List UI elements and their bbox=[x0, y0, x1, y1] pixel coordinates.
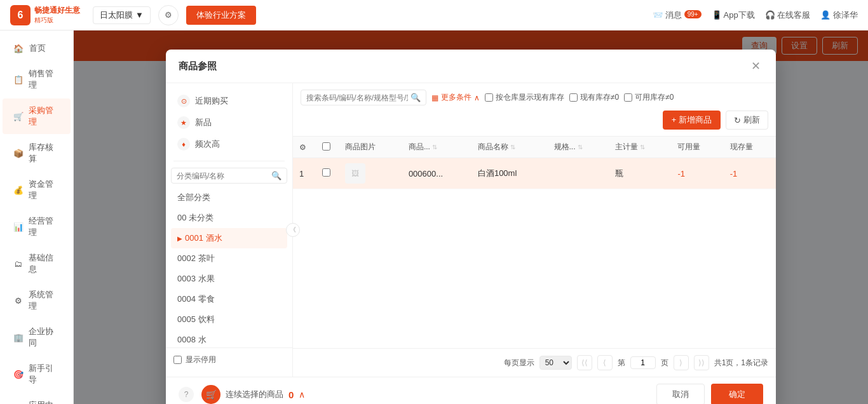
sidebar-item-inventory[interactable]: 📦 库存核算 bbox=[3, 135, 71, 171]
sidebar-item-system[interactable]: ⚙ 系统管理 bbox=[3, 283, 71, 318]
modal-close-button[interactable]: ✕ bbox=[748, 58, 763, 74]
filter-icon: ▦ bbox=[431, 93, 438, 102]
modal-header: 商品参照 ✕ bbox=[166, 50, 776, 83]
col-spec[interactable]: 规格... ⇅ bbox=[548, 137, 609, 158]
product-reference-modal: 商品参照 ✕ ⊙ 近期购买 ★ 新 bbox=[166, 50, 776, 404]
cancel-button[interactable]: 取消 bbox=[656, 384, 705, 404]
sidebar-item-sales[interactable]: 📋 销售管理 bbox=[3, 62, 71, 97]
product-search-icon[interactable]: 🔍 bbox=[410, 93, 421, 102]
category-item-0003[interactable]: 0003 水果 bbox=[171, 269, 287, 289]
page-label-end: 页 bbox=[661, 358, 668, 368]
sidebar-item-home[interactable]: 🏠 首页 bbox=[3, 36, 71, 60]
trial-button[interactable]: 体验行业方案 bbox=[186, 6, 256, 25]
cart-collapse-icon[interactable]: ∧ bbox=[299, 389, 305, 400]
pagination-bar: 每页显示 50 10 20 100 ⟨⟨ ⟨ 第 页 bbox=[293, 348, 776, 377]
filter-warehouse-checkbox[interactable] bbox=[485, 93, 493, 102]
page-size-select[interactable]: 50 10 20 100 bbox=[539, 356, 572, 370]
filter-bar: 🔍 ▦ 更多条件 ∧ 按仓库显示现有库存 bbox=[293, 83, 776, 137]
new-product-icon: ★ bbox=[177, 116, 190, 129]
app-download[interactable]: 📱 App下载 bbox=[712, 10, 755, 21]
basic-icon: 🗂 bbox=[13, 259, 24, 269]
confirm-button[interactable]: 确定 bbox=[711, 384, 763, 404]
category-list: 全部分类 00 未分类 ▶ 0001 酒水 0002 茶叶 bbox=[166, 187, 292, 347]
help-button[interactable]: ? bbox=[179, 387, 194, 402]
row-image: 🖼 bbox=[339, 158, 402, 189]
category-item-0008[interactable]: 0008 水 bbox=[171, 330, 287, 347]
sales-icon: 📋 bbox=[13, 75, 24, 84]
modal-title: 商品参照 bbox=[179, 60, 217, 72]
category-item-00[interactable]: 00 未分类 bbox=[171, 208, 287, 228]
table-header-row: ⚙ 商品图片 商品... ⇅ bbox=[293, 137, 776, 158]
filter-usable-checkbox[interactable] bbox=[624, 93, 632, 102]
refresh-button[interactable]: ↻ 刷新 bbox=[726, 111, 768, 130]
category-item-0001[interactable]: ▶ 0001 酒水 bbox=[171, 228, 287, 248]
guide-icon: 🎯 bbox=[13, 370, 24, 379]
sidebar-item-apps[interactable]: 📱 应用中心 bbox=[3, 393, 71, 404]
category-search-input[interactable] bbox=[177, 172, 269, 180]
row-checkbox[interactable] bbox=[322, 168, 330, 177]
filter-available-checkbox[interactable] bbox=[569, 93, 578, 102]
last-page-button[interactable]: ⟩⟩ bbox=[694, 355, 709, 370]
product-thumbnail: 🖼 bbox=[345, 163, 365, 184]
category-arrow-icon: ▶ bbox=[177, 235, 182, 242]
add-product-button[interactable]: + 新增商品 bbox=[663, 111, 721, 130]
first-page-button[interactable]: ⟨⟨ bbox=[577, 355, 592, 370]
chevron-up-icon: ∧ bbox=[474, 93, 480, 102]
category-panel: ⊙ 近期购买 ★ 新品 ♦ 频次高 bbox=[166, 83, 293, 377]
name-sort-icon: ⇅ bbox=[510, 144, 515, 151]
online-service[interactable]: 🎧 在线客服 bbox=[765, 10, 811, 21]
col-code[interactable]: 商品... ⇅ bbox=[402, 137, 471, 158]
collapse-button[interactable]: 《 bbox=[286, 223, 300, 237]
sidebar-item-guide[interactable]: 🎯 新手引导 bbox=[3, 356, 71, 392]
page-number-input[interactable] bbox=[630, 356, 656, 369]
home-icon: 🏠 bbox=[13, 44, 24, 53]
product-search-input[interactable] bbox=[306, 93, 408, 102]
filter-warehouse-checkbox-label[interactable]: 按仓库显示现有库存 bbox=[485, 92, 564, 103]
show-disabled-checkbox[interactable] bbox=[173, 356, 182, 364]
sidebar-item-enterprise[interactable]: 🏢 企业协同 bbox=[3, 320, 71, 355]
col-settings[interactable]: ⚙ bbox=[293, 137, 316, 158]
row-check bbox=[316, 158, 339, 189]
sidebar-item-basic[interactable]: 🗂 基础信息 bbox=[3, 246, 71, 281]
sidebar-item-purchase[interactable]: 🛒 采购管理 bbox=[3, 98, 71, 134]
store-selector[interactable]: 日太阳膜 ▼ bbox=[93, 6, 151, 24]
select-all-checkbox[interactable] bbox=[322, 142, 330, 151]
spec-sort-icon: ⇅ bbox=[578, 144, 583, 151]
category-all[interactable]: 全部分类 bbox=[171, 187, 287, 208]
category-item-0002[interactable]: 0002 茶叶 bbox=[171, 248, 287, 269]
quick-btn-recent[interactable]: ⊙ 近期购买 bbox=[171, 91, 287, 111]
quick-buttons-area: ⊙ 近期购买 ★ 新品 ♦ 频次高 bbox=[166, 88, 292, 157]
operation-icon: 📊 bbox=[13, 222, 24, 232]
row-num: 1 bbox=[293, 158, 316, 189]
refresh-icon: ↻ bbox=[734, 116, 741, 125]
quick-btn-new[interactable]: ★ 新品 bbox=[171, 112, 287, 133]
cart-area: 🛒 连续选择的商品 0 ∧ bbox=[201, 385, 305, 404]
filter-available-checkbox-label[interactable]: 现有库存≠0 bbox=[569, 92, 619, 103]
category-item-0005[interactable]: 0005 饮料 bbox=[171, 309, 287, 330]
prev-page-button[interactable]: ⟨ bbox=[597, 355, 613, 370]
next-page-button[interactable]: ⟩ bbox=[674, 355, 689, 370]
gear-button[interactable]: ⚙ bbox=[158, 5, 179, 25]
col-checkbox bbox=[316, 137, 339, 158]
logo-icon: 6 bbox=[10, 5, 31, 25]
more-filter-button[interactable]: ▦ 更多条件 ∧ bbox=[431, 92, 480, 103]
col-name[interactable]: 商品名称 ⇅ bbox=[471, 137, 548, 158]
logo-text: 畅捷通好生意 精巧版 bbox=[34, 5, 80, 25]
unit-sort-icon: ⇅ bbox=[640, 144, 645, 151]
quick-btn-frequent[interactable]: ♦ 频次高 bbox=[171, 134, 287, 154]
sidebar-item-operation[interactable]: 📊 经营管理 bbox=[3, 209, 71, 245]
col-unit[interactable]: 主计量 ⇅ bbox=[609, 137, 672, 158]
table-row[interactable]: 1 🖼 000600... 白酒100ml 瓶 bbox=[293, 158, 776, 189]
filter-usable-checkbox-label[interactable]: 可用库存≠0 bbox=[624, 92, 674, 103]
modal-footer: ? 🛒 连续选择的商品 0 ∧ 取消 确定 bbox=[166, 377, 776, 404]
product-table-container: ⚙ 商品图片 商品... ⇅ bbox=[293, 137, 776, 348]
code-sort-icon: ⇅ bbox=[432, 144, 437, 151]
sidebar-item-finance[interactable]: 💰 资金管理 bbox=[3, 172, 71, 208]
top-header: 6 畅捷通好生意 精巧版 日太阳膜 ▼ ⚙ 体验行业方案 📨 消息 99+ 📱 … bbox=[0, 0, 868, 30]
show-disabled-area: 显示停用 bbox=[166, 347, 292, 372]
notifications-area[interactable]: 📨 消息 99+ bbox=[653, 10, 701, 21]
category-search-icon[interactable]: 🔍 bbox=[271, 171, 281, 180]
col-image: 商品图片 bbox=[339, 137, 402, 158]
user-name[interactable]: 👤 徐泽华 bbox=[820, 10, 858, 21]
category-item-0004[interactable]: 0004 零食 bbox=[171, 289, 287, 309]
